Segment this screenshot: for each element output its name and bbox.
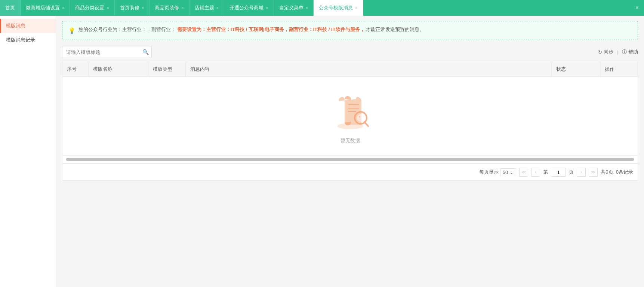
- per-page-dropdown[interactable]: 50 ⌄: [500, 168, 516, 176]
- nav-tab-template-msg[interactable]: 公众号模版消息 ×: [314, 0, 363, 16]
- per-page-label: 每页显示: [479, 169, 499, 175]
- search-input-wrap: 🔍: [62, 46, 152, 58]
- sidebar-item-label: 模版消息: [6, 23, 25, 28]
- close-icon[interactable]: ×: [181, 6, 184, 10]
- col-type: 模版类型: [148, 62, 186, 76]
- nav-tab-label: 首页装修: [120, 4, 139, 11]
- col-name: 模版名称: [89, 62, 148, 76]
- chevron-down-icon: ⌄: [509, 170, 514, 175]
- empty-text: 暂无数据: [341, 137, 360, 144]
- search-icon[interactable]: 🔍: [142, 49, 149, 55]
- top-nav: 首页 微商城店铺设置 × 商品分类设置 × 首页装修 × 商品页装修 × 店铺主…: [0, 0, 644, 16]
- pagination: 每页显示 50 ⌄ ≪ ‹ 第 页 › ≫ 共0页, 0条记录: [62, 164, 638, 180]
- col-action: 操作: [600, 62, 638, 76]
- horizontal-scrollbar[interactable]: [62, 155, 638, 164]
- search-bar: 🔍 ↻ 同步 | ⓘ 帮助: [62, 46, 638, 58]
- nav-tab-label: 公众号模版消息: [319, 4, 353, 11]
- close-icon[interactable]: ×: [266, 6, 268, 10]
- close-icon[interactable]: ×: [216, 6, 219, 10]
- empty-state: 暂无数据: [62, 77, 638, 155]
- nav-tab-label: 开通公众号商城: [229, 4, 264, 11]
- scrollbar-track: [66, 158, 634, 161]
- nav-tab-label: 商品分类设置: [75, 4, 104, 11]
- nav-tab-home[interactable]: 首页: [0, 0, 21, 16]
- sidebar-item-template-msg-record[interactable]: 模版消息记录: [0, 33, 56, 47]
- last-page-button[interactable]: ≫: [589, 168, 598, 177]
- notice-box: 💡 您的公众号行业为：主营行业：，副营行业： 需要设置为：主营行业：IT科技 /…: [62, 21, 638, 40]
- nav-tab-label: 微商城店铺设置: [26, 4, 60, 11]
- nav-tab-label: 首页: [5, 4, 15, 11]
- data-table: 序号 模版名称 模版类型 消息内容 状态 操作: [62, 62, 638, 181]
- nav-tab-custom-menu[interactable]: 自定义菜单 ×: [274, 0, 314, 16]
- nav-tab-label: 自定义菜单: [279, 4, 303, 11]
- prev-page-button[interactable]: ‹: [531, 168, 540, 177]
- page-number-input[interactable]: [551, 168, 566, 177]
- sidebar: 模版消息 模版消息记录: [0, 16, 56, 287]
- close-icon[interactable]: ×: [355, 6, 357, 10]
- sidebar-item-label: 模版消息记录: [6, 37, 35, 43]
- table-header: 序号 模版名称 模版类型 消息内容 状态 操作: [62, 62, 638, 77]
- nav-tab-shop-settings[interactable]: 微商城店铺设置 ×: [21, 0, 70, 16]
- divider: |: [617, 49, 618, 55]
- nav-tab-product-decor[interactable]: 商品页装修 ×: [150, 0, 189, 16]
- close-all-button[interactable]: ×: [630, 4, 644, 11]
- nav-tab-open-mall[interactable]: 开通公众号商城 ×: [224, 0, 274, 16]
- col-content: 消息内容: [186, 62, 552, 76]
- close-icon[interactable]: ×: [107, 6, 109, 10]
- lightbulb-icon: 💡: [68, 26, 76, 35]
- nav-tab-home-decor[interactable]: 首页装修 ×: [115, 0, 150, 16]
- per-page-select: 每页显示 50 ⌄: [479, 168, 516, 176]
- sync-button[interactable]: ↻ 同步: [598, 49, 613, 55]
- col-status: 状态: [552, 62, 600, 76]
- help-icon: ⓘ: [622, 49, 627, 55]
- help-button[interactable]: ⓘ 帮助: [622, 49, 638, 55]
- page-label: 第: [543, 169, 548, 175]
- toolbar-right: ↻ 同步 | ⓘ 帮助: [598, 49, 638, 55]
- notice-prefix: 您的公众号行业为：主营行业：，副营行业：: [78, 27, 176, 32]
- notice-text: 您的公众号行业为：主营行业：，副营行业： 需要设置为：主营行业：IT科技 / 互…: [78, 26, 424, 34]
- main-content: 💡 您的公众号行业为：主营行业：，副营行业： 需要设置为：主营行业：IT科技 /…: [56, 16, 644, 287]
- notice-suffix: 才能正常发送预置的消息。: [366, 27, 424, 32]
- first-page-button[interactable]: ≪: [519, 168, 528, 177]
- col-index: 序号: [62, 62, 89, 76]
- total-info: 共0页, 0条记录: [601, 169, 633, 175]
- svg-point-5: [357, 114, 364, 122]
- nav-tab-label: 店铺主题: [195, 4, 214, 11]
- per-page-value: 50: [503, 170, 508, 175]
- nav-tab-category[interactable]: 商品分类设置 ×: [70, 0, 114, 16]
- sidebar-item-template-msg[interactable]: 模版消息: [0, 19, 56, 33]
- nav-tab-theme[interactable]: 店铺主题 ×: [189, 0, 224, 16]
- svg-point-7: [359, 116, 360, 117]
- help-label: 帮助: [628, 49, 638, 55]
- close-icon[interactable]: ×: [306, 6, 308, 10]
- close-icon[interactable]: ×: [62, 6, 64, 10]
- empty-illustration: [328, 92, 373, 133]
- scrollbar-thumb[interactable]: [66, 158, 634, 161]
- nav-tab-label: 商品页装修: [155, 4, 179, 11]
- close-icon[interactable]: ×: [142, 6, 144, 10]
- svg-line-6: [364, 122, 368, 126]
- sync-label: 同步: [604, 49, 613, 55]
- next-page-button[interactable]: ›: [577, 168, 586, 177]
- page-unit: 页: [569, 169, 574, 175]
- sync-icon: ↻: [598, 49, 602, 55]
- search-input[interactable]: [62, 46, 152, 58]
- notice-highlight: 需要设置为：主营行业：IT科技 / 互联网|电子商务，副营行业：IT科技 / I…: [177, 27, 365, 32]
- layout: 模版消息 模版消息记录 💡 您的公众号行业为：主营行业：，副营行业： 需要设置为…: [0, 16, 644, 287]
